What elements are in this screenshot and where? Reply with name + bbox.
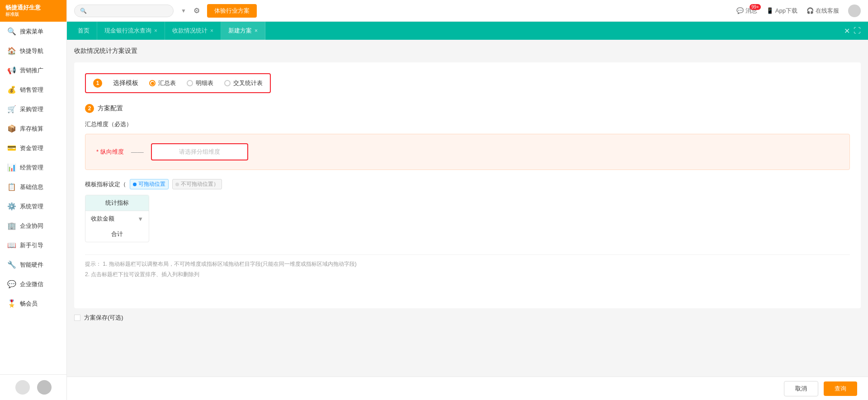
metrics-table: 统计指标 收款金额 ▼ 合计 (85, 195, 149, 242)
sidebar-item-management[interactable]: 📊 经营管理 (0, 158, 66, 177)
sidebar-item-label: 资金管理 (20, 144, 43, 152)
radio-circle-detail (187, 80, 193, 86)
inventory-icon: 📦 (7, 124, 16, 133)
dimension-group-label: 汇总维度（必选） (85, 120, 850, 128)
tab-label: 收款情况统计 (172, 27, 208, 35)
service-icon: 🎧 (807, 7, 814, 14)
user-avatar[interactable] (848, 5, 861, 17)
sidebar-item-label: 企业协同 (20, 222, 43, 230)
metrics-row-label: 收款金额 (91, 215, 114, 223)
gear-icon[interactable]: ⚙ (193, 6, 200, 15)
wechat-icon: 💬 (7, 280, 16, 288)
non-draggable-dot (175, 183, 179, 186)
save-checkbox[interactable] (74, 315, 80, 321)
sidebar-item-wechat[interactable]: 💬 企业微信 (0, 274, 66, 294)
sidebar-item-inventory[interactable]: 📦 库存核算 (0, 119, 66, 138)
finance-icon: 💳 (7, 144, 16, 152)
sidebar-item-marketing[interactable]: 📢 营销推广 (0, 61, 66, 80)
query-button[interactable]: 查询 (824, 381, 857, 396)
close-window-icon[interactable]: ✕ (844, 27, 850, 35)
sidebar-footer (0, 374, 66, 400)
dimension-area: * 纵向维度 —— 请选择分组维度 (85, 134, 850, 170)
metrics-row-total: 合计 (85, 226, 149, 242)
tab-bar-actions: ✕ ⛶ (844, 22, 864, 40)
marketing-icon: 📢 (7, 66, 16, 75)
tab-label: 新建方案 (228, 27, 252, 35)
sidebar-item-label: 新手引导 (20, 241, 43, 249)
tab-collection[interactable]: 收款情况统计 × (165, 22, 221, 40)
logo-text: 畅捷通好生意 (5, 4, 41, 11)
home-icon: 🏠 (7, 47, 16, 55)
message-item[interactable]: 💬 消息 99+ (736, 7, 757, 15)
search-icon: 🔍 (80, 8, 87, 14)
user-avatar (15, 380, 30, 395)
sidebar-item-enterprise[interactable]: 🏢 企业协同 (0, 216, 66, 235)
dropdown-icon[interactable]: ▼ (137, 216, 143, 222)
page-title: 收款情况统计方案设置 (74, 47, 861, 55)
sidebar-item-purchase[interactable]: 🛒 采购管理 (0, 99, 66, 119)
radio-label-detail: 明细表 (196, 79, 213, 87)
tab-newplan[interactable]: 新建方案 × (221, 22, 265, 40)
member-icon: 🎖️ (7, 299, 16, 308)
guide-icon: 📖 (7, 241, 16, 249)
section2-header: 2 方案配置 (85, 104, 850, 113)
sidebar: 畅捷通好生意 标准版 🔍 搜索菜单 🏠 快捷导航 📢 营销推广 💰 销售管理 🛒… (0, 0, 67, 400)
sidebar-item-basic[interactable]: 📋 基础信息 (0, 177, 66, 197)
management-icon: 📊 (7, 163, 16, 172)
sidebar-item-label: 采购管理 (20, 105, 43, 113)
section1-title: 选择模板 (113, 79, 138, 87)
maximize-icon[interactable]: ⛶ (854, 27, 861, 35)
radio-summary[interactable]: 汇总表 (149, 79, 176, 87)
download-icon: 📱 (766, 7, 774, 14)
basic-icon: 📋 (7, 183, 16, 191)
main-area: 🔍 ▼ ⚙ 体验行业方案 💬 消息 99+ 📱 App下载 🎧 在线客服 (67, 0, 868, 400)
sidebar-item-label: 销售管理 (20, 86, 43, 94)
tab-bar: 首页 现金银行流水查询 × 收款情况统计 × 新建方案 × ✕ ⛶ (67, 22, 868, 40)
sidebar-item-sales[interactable]: 💰 销售管理 (0, 80, 66, 99)
main-card: 1 选择模板 汇总表 明细表 (74, 62, 861, 308)
sidebar-item-system[interactable]: ⚙️ 系统管理 (0, 197, 66, 216)
sidebar-item-finance[interactable]: 💳 资金管理 (0, 138, 66, 158)
radio-detail[interactable]: 明细表 (187, 79, 213, 87)
metrics-setting: 模板指标设定（ 可拖动位置 不可拖动位置） 统计指标 (85, 179, 850, 244)
tab-cashflow[interactable]: 现金银行流水查询 × (97, 22, 165, 40)
dimension-selector[interactable]: 请选择分组维度 (151, 143, 248, 160)
content-area: 收款情况统计方案设置 1 选择模板 汇总表 (67, 40, 868, 400)
header-right: 💬 消息 99+ 📱 App下载 🎧 在线客服 (736, 5, 861, 17)
sidebar-item-search[interactable]: 🔍 搜索菜单 (0, 22, 66, 41)
header-search: 🔍 (74, 5, 174, 17)
sidebar-item-quicknav[interactable]: 🏠 快捷导航 (0, 41, 66, 61)
sidebar-item-label: 企业微信 (20, 280, 43, 288)
metrics-total-label: 合计 (111, 230, 123, 238)
tab-home[interactable]: 首页 (71, 22, 97, 40)
close-icon[interactable]: × (255, 28, 258, 34)
radio-circle-cross (224, 80, 231, 86)
sidebar-item-label: 搜索菜单 (20, 28, 43, 36)
hardware-icon: 🔧 (7, 260, 16, 269)
service-item[interactable]: 🎧 在线客服 (807, 7, 839, 15)
template-select-row: 1 选择模板 汇总表 明细表 (85, 73, 271, 93)
edition-label: 标准版 (5, 11, 41, 18)
sidebar-item-member[interactable]: 🎖️ 畅会员 (0, 294, 66, 313)
page-content: 收款情况统计方案设置 1 选择模板 汇总表 (67, 40, 868, 376)
sidebar-item-guide[interactable]: 📖 新手引导 (0, 235, 66, 255)
sidebar-item-label: 快捷导航 (20, 47, 43, 55)
app-logo: 畅捷通好生意 标准版 (0, 0, 66, 22)
message-badge: 99+ (750, 4, 761, 10)
system-icon: ⚙️ (7, 202, 16, 211)
metrics-prefix: 模板指标设定（ (85, 180, 126, 188)
close-icon[interactable]: × (154, 28, 157, 34)
metrics-column-header: 统计指标 (85, 195, 149, 211)
cancel-button[interactable]: 取消 (784, 381, 818, 396)
dropdown-text: ▼ (181, 8, 186, 14)
header-dropdown[interactable]: ▼ (181, 8, 186, 14)
close-icon[interactable]: × (210, 28, 213, 34)
service-label: 在线客服 (816, 7, 839, 15)
sidebar-item-hardware[interactable]: 🔧 智能硬件 (0, 255, 66, 274)
trial-button[interactable]: 体验行业方案 (207, 4, 257, 18)
radio-cross[interactable]: 交叉统计表 (224, 79, 263, 87)
radio-label-cross: 交叉统计表 (233, 79, 263, 87)
draggable-badge: 可拖动位置 (130, 179, 169, 189)
section-config: 2 方案配置 汇总维度（必选） * 纵向维度 —— 请选择分组维度 (85, 104, 850, 287)
download-item[interactable]: 📱 App下载 (766, 7, 797, 15)
